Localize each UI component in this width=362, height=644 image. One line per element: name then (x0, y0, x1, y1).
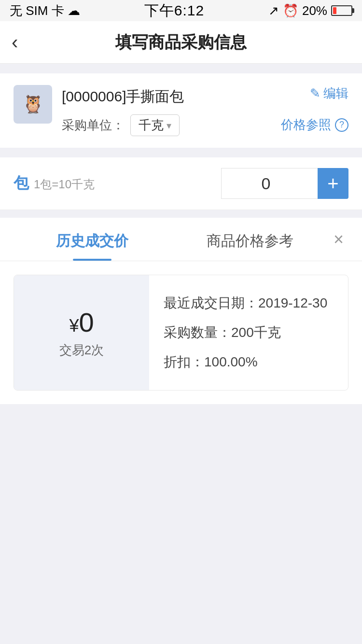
edit-label: 编辑 (323, 85, 348, 102)
product-header: 🦉 [0000006]手撕面包 采购单位： 千克 ▾ ✎ 编辑 价格参照 (14, 85, 348, 136)
battery-icon (331, 5, 352, 16)
info-icon: ? (335, 118, 348, 132)
price-card: ¥0 交易2次 最近成交日期：2019-12-30 采购数量：200千克 折扣：… (14, 275, 348, 391)
quantity-row: 包 1包=10千克 + (0, 157, 362, 210)
unit-label: 采购单位： (62, 117, 125, 134)
status-time: 下午6:12 (144, 1, 204, 21)
purchase-quantity-value: 200千克 (231, 325, 281, 340)
currency-symbol: ¥ (69, 316, 79, 336)
recent-date-label: 最近成交日期： (164, 295, 258, 310)
discount-value: 100.00% (204, 354, 258, 369)
discount-row: 折扣：100.00% (164, 351, 334, 373)
quantity-label: 包 1包=10千克 (14, 173, 95, 194)
price-value: 0 (79, 307, 94, 337)
page-title: 填写商品采购信息 (115, 31, 247, 54)
unit-dropdown-arrow: ▾ (167, 120, 171, 131)
status-bar: 无 SIM 卡 ☁ 下午6:12 ↗ ⏰ 20% (0, 0, 362, 21)
product-thumbnail-icon: 🦉 (22, 94, 44, 114)
price-card-left: ¥0 交易2次 (14, 275, 149, 390)
product-info: [0000006]手撕面包 采购单位： 千克 ▾ (62, 85, 184, 136)
product-card: 🦉 [0000006]手撕面包 采购单位： 千克 ▾ ✎ 编辑 价格参照 (0, 73, 362, 148)
tab-product-price-ref[interactable]: 商品价格参考 (171, 218, 328, 261)
product-left: 🦉 [0000006]手撕面包 采购单位： 千克 ▾ (14, 85, 184, 136)
price-amount: ¥0 (69, 307, 94, 338)
edit-icon: ✎ (310, 86, 320, 101)
unit-value: 千克 (139, 117, 164, 134)
recent-date-row: 最近成交日期：2019-12-30 (164, 293, 334, 314)
unit-selector[interactable]: 千克 ▾ (130, 114, 180, 136)
battery-percent: 20% (302, 3, 327, 18)
product-image: 🦉 (14, 85, 52, 124)
back-button[interactable]: ‹ (12, 31, 18, 53)
price-ref-label: 价格参照 (281, 116, 331, 133)
page-background (0, 404, 362, 644)
section-divider (0, 148, 362, 157)
price-card-right: 最近成交日期：2019-12-30 采购数量：200千克 折扣：100.00% (149, 275, 348, 390)
nav-bar: ‹ 填写商品采购信息 (0, 21, 362, 64)
edit-button[interactable]: ✎ 编辑 (310, 85, 348, 102)
discount-label: 折扣： (164, 354, 204, 369)
recent-date-value: 2019-12-30 (258, 295, 327, 310)
tab-history-price[interactable]: 历史成交价 (14, 218, 171, 261)
quantity-input[interactable] (221, 168, 318, 199)
tab-header: 历史成交价 商品价格参考 × (0, 218, 362, 261)
status-left: 无 SIM 卡 ☁ (10, 2, 80, 19)
product-unit-row: 采购单位： 千克 ▾ (62, 114, 184, 136)
quantity-input-area: + (221, 168, 348, 199)
quantity-conversion: 1包=10千克 (34, 177, 95, 192)
price-trades: 交易2次 (59, 342, 104, 359)
price-ref-button[interactable]: 价格参照 ? (281, 116, 348, 133)
quantity-unit: 包 (14, 173, 29, 194)
purchase-quantity-label: 采购数量： (164, 325, 231, 340)
tab-section: 历史成交价 商品价格参考 × ¥0 交易2次 最近成交日期：2019-12-30… (0, 218, 362, 404)
purchase-quantity-row: 采购数量：200千克 (164, 322, 334, 344)
network-status: 无 SIM 卡 ☁ (10, 2, 80, 19)
location-icon: ↗ (268, 3, 279, 18)
tab-close-button[interactable]: × (329, 220, 348, 259)
alarm-icon: ⏰ (283, 3, 298, 18)
quantity-plus-button[interactable]: + (318, 168, 348, 199)
product-name: [0000006]手撕面包 (62, 87, 184, 107)
tab-content-history-price: ¥0 交易2次 最近成交日期：2019-12-30 采购数量：200千克 折扣：… (0, 261, 362, 404)
status-right: ↗ ⏰ 20% (268, 3, 352, 18)
